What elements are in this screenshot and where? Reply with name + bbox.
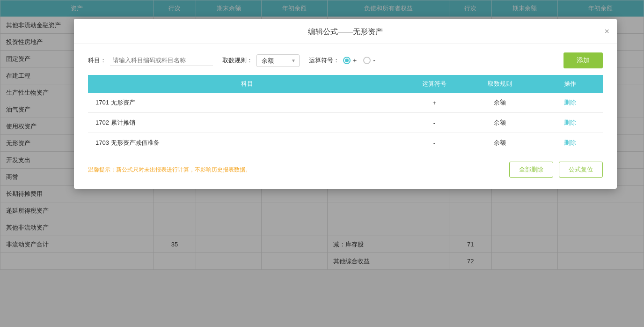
rule-select[interactable]: 余额 借方 贷方 借方余额 贷方余额 bbox=[256, 54, 300, 67]
cell-rule: 余额 bbox=[462, 93, 537, 113]
cell-operator: + bbox=[406, 93, 462, 113]
delete-link[interactable]: 删除 bbox=[564, 99, 576, 106]
operator-minus-label: - bbox=[373, 57, 375, 64]
subject-label: 科目： bbox=[88, 56, 106, 65]
th-action: 操作 bbox=[537, 75, 603, 93]
operator-radio-group: + - bbox=[343, 57, 375, 64]
cell-rule: 余额 bbox=[462, 113, 537, 133]
operator-group: 运算符号： + - bbox=[309, 56, 375, 65]
delete-link[interactable]: 删除 bbox=[564, 139, 576, 146]
table-row: 1703 无形资产减值准备 - 余额 删除 bbox=[88, 133, 603, 153]
subject-group: 科目： bbox=[88, 55, 213, 66]
footer-buttons: 全部删除 公式复位 bbox=[509, 162, 603, 178]
operator-minus-radio[interactable]: - bbox=[363, 57, 375, 64]
modal-close-button[interactable]: × bbox=[604, 27, 609, 36]
rule-label: 取数规则： bbox=[222, 56, 253, 65]
reset-formula-button[interactable]: 公式复位 bbox=[559, 162, 603, 178]
cell-subject: 1703 无形资产减值准备 bbox=[88, 133, 406, 153]
modal-title: 编辑公式——无形资产 bbox=[308, 27, 383, 37]
operator-label: 运算符号： bbox=[309, 56, 339, 65]
operator-minus-circle bbox=[363, 57, 371, 64]
operator-plus-circle bbox=[343, 57, 351, 64]
rule-group: 取数规则： 余额 借方 贷方 借方余额 贷方余额 ▼ bbox=[222, 54, 300, 67]
cell-action: 删除 bbox=[537, 93, 603, 113]
data-table-wrapper: 科目 运算符号 取数规则 操作 1701 无形资产 + 余额 删除 1702 累… bbox=[88, 75, 603, 153]
modal-header: 编辑公式——无形资产 × bbox=[74, 19, 617, 44]
operator-plus-label: + bbox=[353, 57, 357, 64]
cell-rule: 余额 bbox=[462, 133, 537, 153]
th-subject: 科目 bbox=[88, 75, 406, 93]
formula-table: 科目 运算符号 取数规则 操作 1701 无形资产 + 余额 删除 1702 累… bbox=[88, 75, 603, 153]
table-header-row: 科目 运算符号 取数规则 操作 bbox=[88, 75, 603, 93]
modal-footer: 温馨提示：新公式只对未出报表进行计算，不影响历史报表数据。 全部删除 公式复位 bbox=[74, 153, 617, 178]
cell-operator: - bbox=[406, 113, 462, 133]
cell-action: 删除 bbox=[537, 113, 603, 133]
th-operator: 运算符号 bbox=[406, 75, 462, 93]
table-row: 1701 无形资产 + 余额 删除 bbox=[88, 93, 603, 113]
subject-input[interactable] bbox=[110, 55, 213, 66]
cell-action: 删除 bbox=[537, 133, 603, 153]
table-row: 1702 累计摊销 - 余额 删除 bbox=[88, 113, 603, 133]
add-button[interactable]: 添加 bbox=[564, 52, 603, 68]
cell-subject: 1702 累计摊销 bbox=[88, 113, 406, 133]
rule-select-wrapper: 余额 借方 贷方 借方余额 贷方余额 ▼ bbox=[256, 54, 300, 67]
edit-formula-modal: 编辑公式——无形资产 × 科目： 取数规则： 余额 借方 贷方 借方余额 贷方余… bbox=[74, 19, 617, 189]
cell-subject: 1701 无形资产 bbox=[88, 93, 406, 113]
operator-plus-radio[interactable]: + bbox=[343, 57, 357, 64]
delete-link[interactable]: 删除 bbox=[564, 119, 576, 126]
footer-tip: 温馨提示：新公式只对未出报表进行计算，不影响历史报表数据。 bbox=[88, 166, 251, 174]
form-row: 科目： 取数规则： 余额 借方 贷方 借方余额 贷方余额 ▼ 运算符号： bbox=[74, 44, 617, 75]
cell-operator: - bbox=[406, 133, 462, 153]
th-rule: 取数规则 bbox=[462, 75, 537, 93]
delete-all-button[interactable]: 全部删除 bbox=[509, 162, 553, 178]
